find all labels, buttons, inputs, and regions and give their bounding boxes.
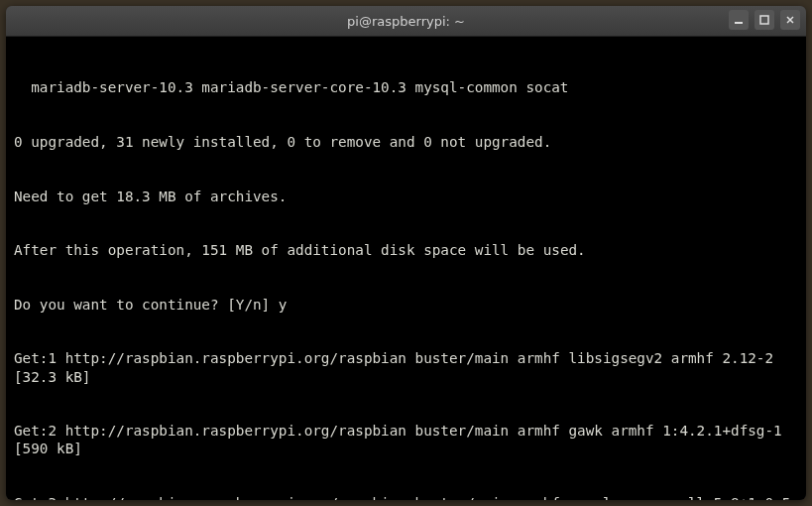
minimize-icon <box>734 15 744 25</box>
maximize-button[interactable] <box>754 10 774 30</box>
svg-rect-0 <box>735 22 743 24</box>
output-line: After this operation, 151 MB of addition… <box>14 241 798 259</box>
output-line: Need to get 18.3 MB of archives. <box>14 188 798 205</box>
output-line: Get:3 http://raspbian.raspberrypi.org/ra… <box>14 494 798 500</box>
output-line: mariadb-server-10.3 mariadb-server-core-… <box>14 78 798 96</box>
titlebar[interactable]: pi@raspberrypi: ~ <box>6 6 806 37</box>
window-title: pi@raspberrypi: ~ <box>347 14 465 29</box>
maximize-icon <box>759 15 769 25</box>
output-line: 0 upgraded, 31 newly installed, 0 to rem… <box>14 133 798 151</box>
terminal-body[interactable]: mariadb-server-10.3 mariadb-server-core-… <box>6 37 806 500</box>
svg-rect-1 <box>760 16 768 24</box>
output-line: Get:1 http://raspbian.raspberrypi.org/ra… <box>14 349 798 385</box>
terminal-window: pi@raspberrypi: ~ mariadb-server-10.3 ma… <box>6 6 806 500</box>
close-icon <box>785 15 795 25</box>
window-controls <box>729 10 800 30</box>
output-line: Do you want to continue? [Y/n] y <box>14 296 798 314</box>
minimize-button[interactable] <box>729 10 749 30</box>
close-button[interactable] <box>780 10 800 30</box>
output-line: Get:2 http://raspbian.raspberrypi.org/ra… <box>14 422 798 457</box>
